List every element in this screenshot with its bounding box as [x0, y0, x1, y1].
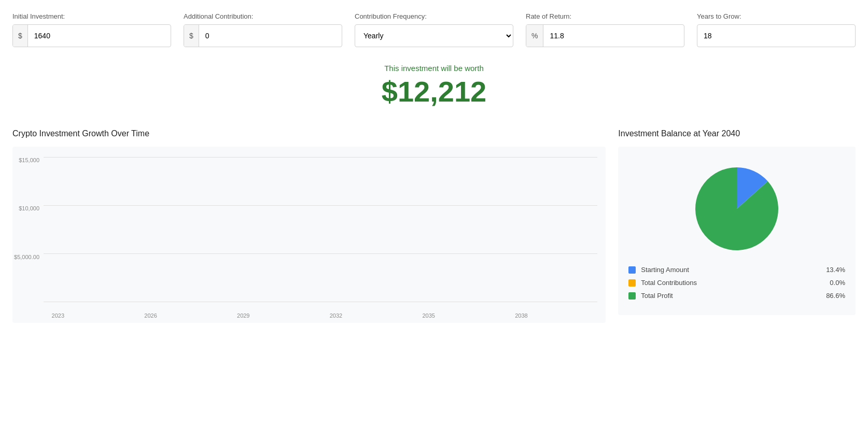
- bar-chart-section: Crypto Investment Growth Over Time $15,0…: [12, 129, 606, 323]
- result-section: This investment will be worth $12,212: [12, 64, 856, 108]
- initial-investment-prefix: $: [13, 25, 28, 47]
- legend-color: [628, 279, 636, 287]
- charts-row: Crypto Investment Growth Over Time $15,0…: [12, 129, 856, 323]
- inputs-row: Initial Investment: $ Additional Contrib…: [12, 12, 856, 47]
- rate-of-return-input[interactable]: [543, 25, 684, 47]
- pie-chart-section: Investment Balance at Year 2040 Starting…: [618, 129, 856, 315]
- x-label: [260, 312, 289, 319]
- legend-item: Total Contributions0.0%: [628, 279, 845, 287]
- contribution-frequency-wrapper: Yearly Monthly Weekly Daily: [355, 24, 513, 47]
- legend: Starting Amount13.4%Total Contributions0…: [628, 266, 845, 300]
- legend-percentage: 86.6%: [826, 292, 845, 300]
- x-label: 2035: [414, 312, 443, 319]
- contribution-frequency-group: Contribution Frequency: Yearly Monthly W…: [355, 12, 513, 47]
- x-label: 2038: [507, 312, 536, 319]
- rate-of-return-wrapper: %: [526, 24, 684, 47]
- y-label-1: $15,000: [19, 157, 39, 163]
- legend-item: Starting Amount13.4%: [628, 266, 845, 274]
- bars-area: [44, 157, 597, 302]
- x-label: [569, 312, 598, 319]
- x-label: 2032: [321, 312, 351, 319]
- result-label: This investment will be worth: [12, 64, 856, 73]
- result-value: $12,212: [12, 75, 856, 108]
- legend-color: [628, 292, 636, 300]
- y-axis: $15,000 $10,000 $5,000.00: [12, 157, 43, 302]
- contribution-frequency-label: Contribution Frequency:: [355, 12, 513, 20]
- rate-of-return-group: Rate of Return: %: [526, 12, 684, 47]
- pie-svg: [690, 162, 783, 255]
- additional-contribution-group: Additional Contribution: $: [184, 12, 342, 47]
- contribution-frequency-select[interactable]: Yearly Monthly Weekly Daily: [355, 25, 513, 47]
- initial-investment-group: Initial Investment: $: [12, 12, 171, 47]
- y-label-3: $5,000.00: [14, 254, 39, 260]
- initial-investment-input[interactable]: [28, 25, 171, 47]
- legend-label: Total Profit: [641, 292, 821, 300]
- pie-chart-title: Investment Balance at Year 2040: [618, 129, 856, 138]
- additional-contribution-wrapper: $: [184, 24, 342, 47]
- x-label: [198, 312, 227, 319]
- additional-contribution-input[interactable]: [199, 25, 342, 47]
- x-label: 2023: [44, 312, 73, 319]
- x-label: [75, 312, 104, 319]
- pie-container: Starting Amount13.4%Total Contributions0…: [618, 147, 856, 315]
- bar-chart-container: $15,000 $10,000 $5,000.00 20232026202920…: [12, 147, 606, 323]
- x-label: [291, 312, 320, 319]
- legend-label: Starting Amount: [641, 266, 821, 274]
- x-label: [383, 312, 412, 319]
- legend-percentage: 0.0%: [830, 279, 845, 287]
- x-label: [538, 312, 567, 319]
- legend-percentage: 13.4%: [826, 266, 845, 274]
- x-label: [105, 312, 134, 319]
- years-to-grow-group: Years to Grow:: [697, 12, 856, 47]
- years-to-grow-label: Years to Grow:: [697, 12, 856, 20]
- x-label: [476, 312, 505, 319]
- additional-contribution-prefix: $: [184, 25, 199, 47]
- bar-chart-title: Crypto Investment Growth Over Time: [12, 129, 606, 138]
- rate-of-return-label: Rate of Return:: [526, 12, 684, 20]
- legend-item: Total Profit86.6%: [628, 292, 845, 300]
- x-label: 2029: [229, 312, 258, 319]
- legend-label: Total Contributions: [641, 279, 824, 287]
- additional-contribution-label: Additional Contribution:: [184, 12, 342, 20]
- x-label: [445, 312, 474, 319]
- initial-investment-label: Initial Investment:: [12, 12, 171, 20]
- x-label: 2026: [136, 312, 165, 319]
- years-to-grow-input[interactable]: [697, 25, 855, 47]
- initial-investment-wrapper: $: [12, 24, 171, 47]
- x-axis: 202320262029203220352038: [44, 312, 597, 319]
- x-label: [353, 312, 382, 319]
- years-to-grow-wrapper: [697, 24, 856, 47]
- y-label-2: $10,000: [19, 205, 39, 211]
- legend-color: [628, 266, 636, 274]
- rate-of-return-prefix: %: [526, 25, 543, 47]
- x-label: [167, 312, 196, 319]
